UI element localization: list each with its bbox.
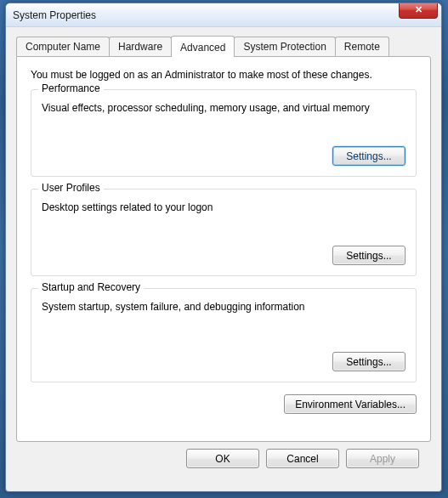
tab-hardware[interactable]: Hardware bbox=[109, 37, 172, 56]
titlebar: System Properties ✕ bbox=[6, 3, 441, 27]
tabstrip: Computer Name Hardware Advanced System P… bbox=[16, 36, 431, 56]
system-properties-window: System Properties ✕ Computer Name Hardwa… bbox=[5, 3, 442, 492]
user-profiles-group: User Profiles Desktop settings related t… bbox=[31, 189, 417, 276]
startup-desc: System startup, system failure, and debu… bbox=[42, 301, 405, 313]
client-area: Computer Name Hardware Advanced System P… bbox=[6, 27, 441, 477]
startup-group-title: Startup and Recovery bbox=[38, 281, 144, 293]
dialog-button-row: OK Cancel Apply bbox=[16, 442, 431, 468]
close-button[interactable]: ✕ bbox=[399, 3, 438, 19]
user-profiles-settings-button[interactable]: Settings... bbox=[332, 246, 405, 265]
tab-computer-name[interactable]: Computer Name bbox=[16, 37, 110, 56]
performance-settings-button[interactable]: Settings... bbox=[332, 146, 405, 166]
apply-button[interactable]: Apply bbox=[346, 449, 419, 468]
ok-button[interactable]: OK bbox=[186, 449, 259, 468]
tab-system-protection[interactable]: System Protection bbox=[234, 37, 335, 56]
advanced-tab-panel: You must be logged on as an Administrato… bbox=[16, 56, 431, 442]
tab-remote[interactable]: Remote bbox=[335, 37, 389, 56]
startup-settings-button[interactable]: Settings... bbox=[332, 352, 405, 371]
close-icon: ✕ bbox=[415, 4, 422, 15]
performance-group: Performance Visual effects, processor sc… bbox=[31, 89, 417, 177]
user-profiles-group-title: User Profiles bbox=[38, 182, 104, 194]
tab-advanced[interactable]: Advanced bbox=[171, 36, 235, 57]
user-profiles-desc: Desktop settings related to your logon bbox=[42, 201, 405, 213]
cancel-button[interactable]: Cancel bbox=[266, 449, 339, 468]
admin-note: You must be logged on as an Administrato… bbox=[31, 69, 417, 81]
environment-variables-button[interactable]: Environment Variables... bbox=[284, 394, 417, 414]
performance-desc: Visual effects, processor scheduling, me… bbox=[42, 102, 405, 114]
performance-group-title: Performance bbox=[38, 82, 104, 94]
startup-recovery-group: Startup and Recovery System startup, sys… bbox=[31, 288, 417, 382]
window-title: System Properties bbox=[13, 9, 96, 21]
